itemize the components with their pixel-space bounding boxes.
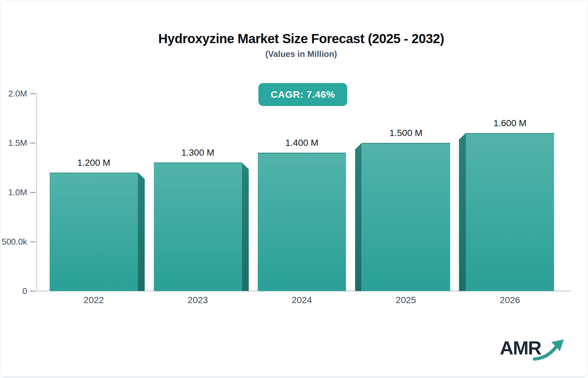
- bar-value-label: 1.600 M: [471, 118, 549, 129]
- y-axis-tick-mark: [30, 241, 36, 242]
- bar-2023: [154, 163, 242, 291]
- y-axis-tick-mark: [30, 93, 36, 94]
- chart-card: Hydroxyzine Market Size Forecast (2025 -…: [0, 0, 588, 378]
- y-axis-tick-label: 2.0M: [8, 89, 27, 99]
- bar-2024: [258, 153, 346, 291]
- y-axis-tick: 1.5M: [1, 138, 36, 148]
- bar-2026: [466, 133, 554, 291]
- y-axis-tick: 0: [1, 286, 36, 296]
- bar-2025: [362, 143, 450, 291]
- y-axis-tick-label: 500.0k: [2, 237, 27, 247]
- y-axis-line: [36, 93, 37, 292]
- y-axis-tick-mark: [30, 143, 36, 144]
- y-axis-tick-label: 1.5M: [8, 138, 27, 148]
- bar-chart: 2.0M1.5M1.0M500.0k01.200 M20221.300 M202…: [1, 1, 588, 378]
- x-axis-label: 2025: [367, 295, 445, 305]
- bar-value-label: 1.400 M: [263, 138, 341, 148]
- y-axis-tick-mark: [30, 291, 36, 292]
- bar-value-label: 1.500 M: [367, 128, 445, 138]
- y-axis-tick: 500.0k: [1, 237, 36, 247]
- bar-3d-edge: [242, 163, 249, 291]
- x-axis-label: 2023: [159, 295, 237, 305]
- y-axis-tick: 2.0M: [1, 89, 36, 98]
- x-axis-label: 2026: [471, 295, 549, 305]
- amr-logo: AMR: [500, 337, 572, 366]
- y-axis-tick-mark: [30, 192, 36, 193]
- y-axis-tick-label: 0: [23, 286, 27, 296]
- x-axis-label: 2022: [55, 295, 133, 305]
- bar-3d-edge: [459, 133, 466, 291]
- growth-arrow-icon: [530, 339, 566, 362]
- y-axis-tick-label: 1.0M: [8, 187, 27, 198]
- bar-3d-edge: [138, 173, 145, 291]
- x-axis-label: 2024: [263, 295, 341, 305]
- bar-value-label: 1.300 M: [159, 147, 237, 158]
- y-axis-tick: 1.0M: [1, 187, 36, 197]
- bar-2022: [50, 173, 138, 291]
- bar-value-label: 1.200 M: [55, 158, 133, 168]
- bar-3d-edge: [355, 143, 362, 291]
